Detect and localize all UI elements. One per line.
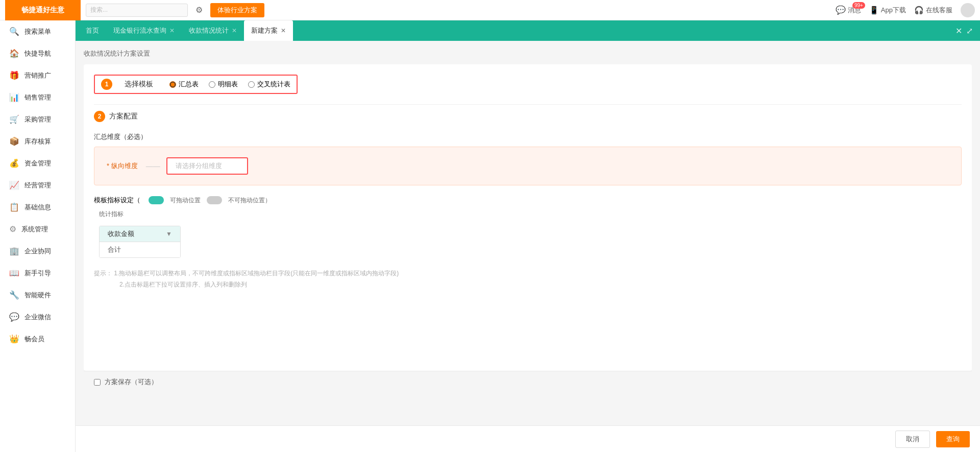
guide-icon: 📖 [9,268,19,278]
sidebar: 🔍 搜索菜单 🏠 快捷导航 🎁 营销推广 📊 销售管理 🛒 采购管理 📦 库存核… [0,20,76,452]
stats-table-header[interactable]: 收款金额 ▼ [100,226,180,242]
download-button[interactable]: 📱 App下载 [869,6,906,15]
step1-label: 选择模板 [125,80,153,89]
notification-button[interactable]: 💬 消息 99+ [836,5,861,15]
sidebar-label-system: 系统管理 [21,225,48,234]
support-button[interactable]: 🎧 在线客服 [914,6,952,15]
sidebar-item-system[interactable]: ⚙ 系统管理 [0,218,75,240]
enterprise-icon: 🏢 [9,246,19,256]
radio-cross-input[interactable] [248,81,255,88]
tip1: 提示： 1.拖动标题栏可以调整布局，不可跨维度或指标区域拖动栏目字段(只能在同一… [94,268,962,279]
tab-bar: 首页 现金银行流水查询 ✕ 收款情况统计 ✕ 新建方案 ✕ ✕ ⤢ [76,20,980,41]
sidebar-item-finance[interactable]: 💰 资金管理 [0,152,75,174]
purchase-icon: 🛒 [9,114,19,124]
radio-cross-label: 交叉统计表 [257,80,290,89]
template-step-box: 1 选择模板 汇总表 明细表 交叉统计表 [94,75,298,94]
indicator-title-text: 模板指标设定（ [94,196,140,205]
search-icon: 🔍 [9,27,19,36]
radio-detail[interactable]: 明细表 [209,80,238,89]
stats-table: 收款金额 ▼ 合计 [99,226,181,258]
radio-summary[interactable]: 汇总表 [169,80,199,89]
sidebar-item-marketing[interactable]: 🎁 营销推广 [0,64,75,86]
tips-section: 提示： 1.拖动标题栏可以调整布局，不可跨维度或指标区域拖动栏目字段(只能在同一… [94,268,962,290]
radio-summary-input[interactable] [169,81,176,88]
search-placeholder-text: 搜索... [90,6,108,14]
dimension-row: * 纵向维度 —— 请选择分组维度 [107,157,949,175]
support-label: 在线客服 [926,6,952,15]
sidebar-label-hardware: 智能硬件 [24,291,51,300]
tab-expand-icon[interactable]: ⤢ [966,26,973,36]
sidebar-item-basic-info[interactable]: 📋 基础信息 [0,196,75,218]
gear-button[interactable]: ⚙ [192,3,206,17]
step-divider [94,104,962,105]
step2-label: 方案配置 [109,112,138,121]
sidebar-item-purchase[interactable]: 🛒 采购管理 [0,108,75,130]
save-row: 方案保存（可选） [84,371,972,393]
stats-column-header: 收款金额 [108,229,134,239]
message-icon: 💬 [836,5,846,15]
trial-button[interactable]: 体验行业方案 [210,3,264,17]
sidebar-label-home: 快捷导航 [24,49,51,58]
footer-bar: 取消 查询 [76,425,980,452]
dimension-select[interactable]: 请选择分组维度 [166,157,248,175]
sidebar-label-member: 畅会员 [24,335,44,344]
sidebar-label-finance: 资金管理 [24,159,51,168]
sidebar-item-member[interactable]: 👑 畅会员 [0,328,75,350]
tab-bank-flow[interactable]: 现金银行流水查询 ✕ [106,20,182,41]
wechat-icon: 💬 [9,312,19,322]
indicator-header: 模板指标设定（ 可拖动位置 不可拖动位置） [94,196,962,205]
tab-new-plan[interactable]: 新建方案 ✕ [244,20,293,41]
search-area: 搜索... [86,4,188,17]
step2-row: 2 方案配置 [94,111,962,122]
main-content: 收款情况统计方案设置 1 选择模板 汇总表 明细表 [76,41,980,452]
download-icon: 📱 [869,6,879,15]
dimension-title: 汇总维度（必选） [94,132,962,141]
stats-table-wrapper: 统计指标 收款金额 ▼ 合计 [94,210,962,258]
tab-receipt-stats[interactable]: 收款情况统计 ✕ [182,20,244,41]
top-actions: ⚙ 体验行业方案 [192,3,264,17]
tab-receipt-stats-label: 收款情况统计 [189,26,229,35]
operations-icon: 📈 [9,180,19,190]
cancel-button[interactable]: 取消 [895,431,930,448]
stats-dropdown-arrow[interactable]: ▼ [166,230,172,237]
sidebar-item-search[interactable]: 🔍 搜索菜单 [0,20,75,42]
sidebar-item-sales[interactable]: 📊 销售管理 [0,86,75,108]
sidebar-label-enterprise: 企业协同 [24,247,51,256]
tab-home[interactable]: 首页 [79,20,106,41]
hardware-icon: 🔧 [9,290,19,300]
sidebar-item-guide[interactable]: 📖 新手引导 [0,262,75,284]
sidebar-label-wechat: 企业微信 [24,313,51,322]
template-radio-group: 汇总表 明细表 交叉统计表 [169,80,290,89]
stats-indicator-label: 统计指标 [99,210,962,219]
vertical-dim-label: * 纵向维度 [107,161,138,171]
sidebar-item-home[interactable]: 🏠 快捷导航 [0,42,75,64]
sidebar-label-guide: 新手引导 [24,269,51,278]
radio-summary-label: 汇总表 [179,80,199,89]
tab-close-icon[interactable]: ✕ [955,26,962,36]
config-section: 汇总维度（必选） * 纵向维度 —— 请选择分组维度 模板指标设定（ 可拖动位置 [94,132,962,290]
save-checkbox[interactable] [94,379,101,386]
fixed-indicator [207,196,222,204]
breadcrumb: 收款情况统计方案设置 [84,49,972,58]
query-button[interactable]: 查询 [936,431,970,447]
dimension-placeholder: 请选择分组维度 [176,162,222,170]
radio-detail-label: 明细表 [218,80,238,89]
tab-receipt-stats-close[interactable]: ✕ [232,27,237,34]
save-label: 方案保存（可选） [105,377,158,387]
radio-cross[interactable]: 交叉统计表 [248,80,290,89]
sidebar-item-hardware[interactable]: 🔧 智能硬件 [0,284,75,306]
notif-count: 99+ [852,2,865,9]
sidebar-item-inventory[interactable]: 📦 库存核算 [0,130,75,152]
user-avatar[interactable] [961,3,975,17]
tip2: 2.点击标题栏下拉可设置排序、插入列和删除列 [119,279,962,291]
basic-info-icon: 📋 [9,202,19,212]
radio-detail-input[interactable] [209,81,215,88]
sidebar-item-operations[interactable]: 📈 经营管理 [0,174,75,196]
tab-home-label: 首页 [86,26,99,35]
drag-legend: 可拖动位置 不可拖动位置） [149,196,271,205]
sidebar-item-wechat[interactable]: 💬 企业微信 [0,306,75,328]
tab-new-plan-label: 新建方案 [251,26,278,35]
tab-new-plan-close[interactable]: ✕ [281,27,286,34]
sidebar-item-enterprise[interactable]: 🏢 企业协同 [0,240,75,262]
tab-bank-flow-close[interactable]: ✕ [169,27,175,34]
